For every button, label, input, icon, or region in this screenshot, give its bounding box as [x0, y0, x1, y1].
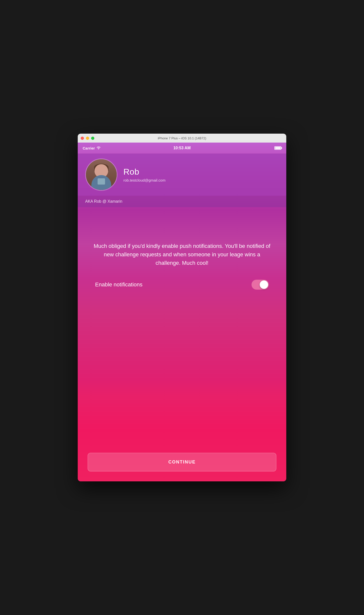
mac-window: iPhone 7 Plus – iOS 10.1 (14B72) Carrier…: [78, 134, 286, 481]
profile-name: Rob: [123, 167, 165, 177]
status-left: Carrier: [83, 146, 101, 150]
avatar: [85, 158, 117, 191]
battery-fill: [275, 147, 281, 149]
continue-button[interactable]: CONTINUE: [88, 453, 276, 471]
aka-text: AKA Rob @ Xamarin: [85, 199, 122, 203]
toggle-knob: [260, 280, 268, 289]
main-content: Much obliged if you'd kindly enable push…: [78, 207, 286, 453]
status-time: 10:53 AM: [173, 146, 191, 150]
svg-point-0: [98, 149, 99, 149]
carrier-label: Carrier: [83, 146, 95, 150]
window-title: iPhone 7 Plus – iOS 10.1 (14B72): [158, 136, 206, 140]
mac-titlebar: iPhone 7 Plus – iOS 10.1 (14B72): [78, 134, 286, 143]
maximize-button[interactable]: [91, 137, 94, 140]
aka-section: AKA Rob @ Xamarin: [78, 196, 286, 207]
bottom-section: CONTINUE: [78, 453, 286, 481]
battery-icon: [274, 146, 281, 150]
toggle-row: Enable notifications: [93, 280, 271, 290]
toggle-label: Enable notifications: [95, 281, 143, 288]
notification-message: Much obliged if you'd kindly enable push…: [93, 242, 271, 267]
profile-section: Rob rob.testcloud@gmail.com: [78, 154, 286, 196]
iphone-screen: Carrier 10:53 AM: [78, 143, 286, 481]
wifi-icon: [96, 146, 101, 150]
close-button[interactable]: [81, 137, 84, 140]
notifications-toggle[interactable]: [252, 280, 269, 290]
mac-window-controls: [81, 137, 94, 140]
profile-info: Rob rob.testcloud@gmail.com: [123, 167, 165, 182]
ios-status-bar: Carrier 10:53 AM: [78, 143, 286, 154]
avatar-placeholder: [86, 159, 117, 190]
status-right: [274, 146, 281, 150]
minimize-button[interactable]: [86, 137, 89, 140]
profile-email: rob.testcloud@gmail.com: [123, 178, 165, 182]
